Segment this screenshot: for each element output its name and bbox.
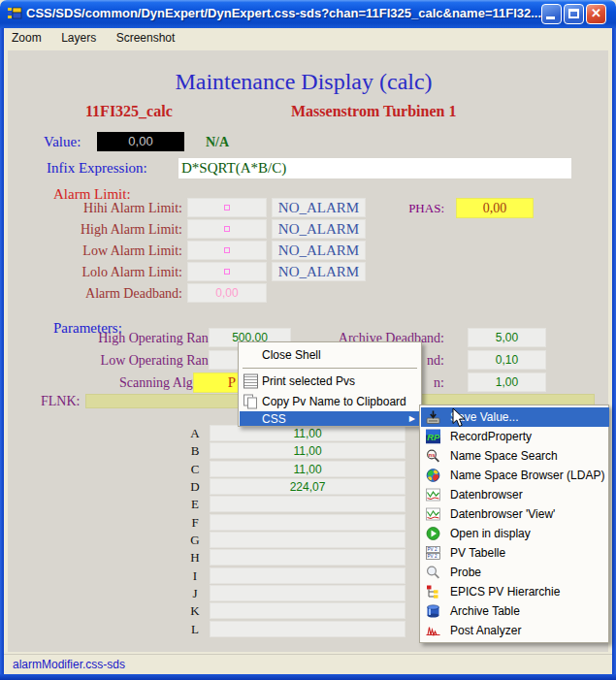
status-text: alarmModifier.css-sds xyxy=(13,658,125,671)
calc-input-e[interactable] xyxy=(210,496,405,512)
calc-input-i[interactable] xyxy=(210,567,405,584)
submenu-item-datenbrowser[interactable]: Datenbrowser xyxy=(421,485,609,504)
low-operating-range-label: Low Operating Range xyxy=(0,353,221,369)
menu-separator xyxy=(243,368,417,369)
calc-input-f[interactable] xyxy=(210,514,405,531)
lolo-alarm-label: Lolo Alarm Limit: xyxy=(0,265,182,280)
submenu-item-pv-tabelle[interactable]: PV 2PV 2 PV Tabelle xyxy=(421,543,609,563)
window-border-bottom xyxy=(0,674,616,680)
calc-input-b[interactable]: 11,00 xyxy=(210,442,405,459)
maximize-button[interactable] xyxy=(564,4,584,24)
submenu-item-archive-table[interactable]: Archive Table xyxy=(421,601,609,621)
row-key: H xyxy=(187,550,203,566)
svg-text:PV 2: PV 2 xyxy=(428,547,438,552)
close-button[interactable]: ✕ xyxy=(586,4,606,24)
mouse-cursor xyxy=(452,407,467,429)
high-alarm-label: High Alarm Limit: xyxy=(0,222,182,238)
phas-label: PHAS: xyxy=(369,201,444,216)
submenu-item-epics-pv-hierarchie[interactable]: EPICS PV Hierarchie xyxy=(421,582,609,601)
datenbrowser-view-icon xyxy=(426,507,440,522)
infix-expression-input[interactable]: D*SQRT(A*B/C) xyxy=(178,158,571,178)
probe-icon xyxy=(426,566,440,580)
precision-input[interactable]: 1,00 xyxy=(468,372,546,392)
value-display: 0,00 xyxy=(97,132,184,151)
app-window: CSS/SDS/common/DynExpert/DynExpert.css-s… xyxy=(0,0,616,680)
low-alarm-input[interactable] xyxy=(187,241,267,260)
pv-name: 11FI325_calc xyxy=(85,103,173,120)
calc-input-k[interactable] xyxy=(210,602,405,619)
submenu-item-probe[interactable]: Probe xyxy=(421,563,609,582)
infix-expression-label: Infix Expression: xyxy=(47,160,147,177)
menu-item-copy-pv-name[interactable]: Copy Pv Name to Clipboard xyxy=(240,391,420,411)
row-key: B xyxy=(187,443,203,459)
high-alarm-input[interactable] xyxy=(187,219,267,239)
high-operating-range-label: High Operating Range xyxy=(0,331,221,346)
minimize-button[interactable] xyxy=(541,4,562,24)
low-alarm-label: Low Alarm Limit: xyxy=(0,243,182,259)
row-key: L xyxy=(187,622,203,637)
window-border-left xyxy=(0,28,4,674)
row-key: E xyxy=(187,497,203,512)
submenu-item-record-property[interactable]: RP RecordProperty xyxy=(421,427,609,446)
submenu-item-name-space-browser-ldap[interactable]: Name Space Browser (LDAP) xyxy=(421,466,609,485)
empty-value-icon xyxy=(224,247,230,253)
row-key: A xyxy=(187,426,203,441)
printer-icon xyxy=(243,373,258,388)
empty-value-icon xyxy=(224,205,230,210)
menu-screenshot[interactable]: Screenshot xyxy=(109,28,183,47)
alarm-deadband-label: Alarm Deadband: xyxy=(0,286,182,302)
svg-text:RP: RP xyxy=(427,432,440,442)
title-bar[interactable]: CSS/SDS/common/DynExpert/DynExpert.css-s… xyxy=(0,0,616,28)
row-key: F xyxy=(187,515,203,531)
pv-description: Massenstrom Turbinen 1 xyxy=(291,103,456,120)
calc-input-d[interactable]: 224,07 xyxy=(210,478,405,495)
menu-bar: Zoom Layers Screenshot xyxy=(4,28,612,49)
low-alarm-status: NO_ALARM xyxy=(272,241,366,260)
submenu-item-save-value[interactable]: Save Value... xyxy=(421,407,609,427)
ldap-globe-icon xyxy=(426,469,440,483)
row-key: G xyxy=(187,533,203,548)
page-title: Maintenance Display (calc) xyxy=(8,69,600,95)
calc-input-h[interactable] xyxy=(210,549,405,566)
calc-input-c[interactable]: 11,00 xyxy=(210,461,405,477)
epics-hierarchy-icon xyxy=(426,585,440,599)
menu-zoom[interactable]: Zoom xyxy=(4,28,49,47)
calc-input-g[interactable] xyxy=(210,532,405,548)
submenu-item-name-space-search[interactable]: ns Name Space Search xyxy=(421,446,609,466)
datenbrowser-icon xyxy=(426,488,440,502)
submenu-item-datenbrowser-view[interactable]: Datenbrowser 'View' xyxy=(421,504,609,524)
alarm-deadband-input[interactable]: 0,00 xyxy=(187,283,267,303)
app-icon xyxy=(7,6,22,21)
phas-input[interactable]: 0,00 xyxy=(456,198,534,218)
calc-input-l[interactable] xyxy=(210,621,405,637)
status-bar: alarmModifier.css-sds xyxy=(4,654,612,673)
svg-text:PV 2: PV 2 xyxy=(428,554,438,559)
hihi-alarm-input[interactable] xyxy=(187,198,267,217)
post-analyzer-icon xyxy=(426,624,440,638)
archive-deadband-input[interactable]: 5,00 xyxy=(468,328,546,347)
menu-item-close-shell[interactable]: Close Shell xyxy=(240,344,420,366)
value-status: N/A xyxy=(206,135,229,150)
deadband-input[interactable]: 0,10 xyxy=(468,350,546,370)
hihi-alarm-status: NO_ALARM xyxy=(272,198,366,217)
lolo-alarm-input[interactable] xyxy=(187,262,267,281)
submenu-item-post-analyzer[interactable]: Post Analyzer xyxy=(421,621,609,640)
open-in-display-icon xyxy=(426,527,440,541)
copy-icon xyxy=(243,394,258,408)
pv-tabelle-icon: PV 2PV 2 xyxy=(426,546,440,561)
submenu-arrow-icon: ▶ xyxy=(409,414,415,423)
menu-item-print-selected-pvs[interactable]: Print selected Pvs xyxy=(240,371,420,391)
menu-layers[interactable]: Layers xyxy=(53,28,104,47)
high-alarm-status: NO_ALARM xyxy=(272,219,366,239)
menu-item-css[interactable]: CSS ▶ xyxy=(240,411,420,426)
lolo-alarm-status: NO_ALARM xyxy=(272,262,366,281)
hihi-alarm-label: Hihi Alarm Limit: xyxy=(0,201,182,216)
row-key: D xyxy=(187,479,203,495)
save-value-icon xyxy=(426,410,440,425)
calc-input-j[interactable] xyxy=(210,585,405,601)
calc-input-a[interactable]: 11,00 xyxy=(210,425,405,441)
svg-text:ns: ns xyxy=(429,452,437,458)
row-key: C xyxy=(187,462,203,477)
submenu-item-open-in-display[interactable]: Open in display xyxy=(421,524,609,543)
row-key: J xyxy=(187,586,203,601)
